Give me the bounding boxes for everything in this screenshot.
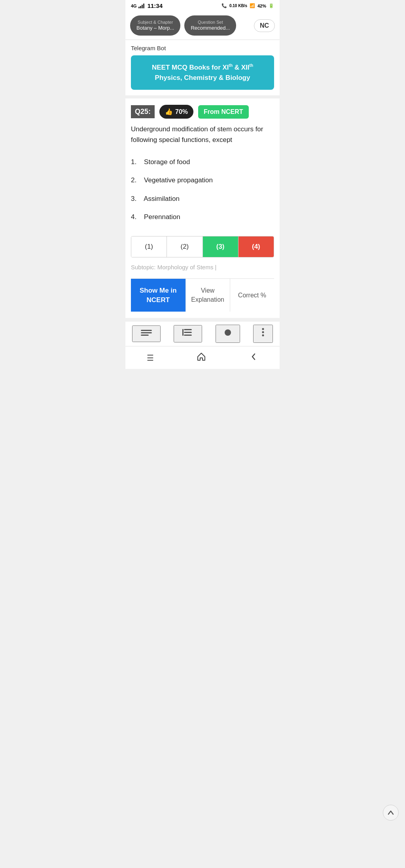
option-3-text: Assimilation xyxy=(144,195,180,202)
status-left: 4G 11:34 xyxy=(131,2,163,9)
question-set-label: Question Set xyxy=(191,19,230,25)
option-1-text: Storage of food xyxy=(144,158,190,166)
svg-point-7 xyxy=(225,329,231,336)
svg-rect-6 xyxy=(182,329,184,336)
option-4-num: 4. xyxy=(131,213,136,221)
subject-value: Botany – Morp... xyxy=(136,25,174,32)
telegram-banner-line2: Physics, Chemistry & Biology xyxy=(139,73,266,83)
signal-bars xyxy=(138,4,144,8)
time: 11:34 xyxy=(148,2,163,9)
nav-icons-row xyxy=(125,321,280,346)
svg-rect-3 xyxy=(184,329,192,330)
bottom-action-bar: Show Me in NCERT View Explanation Correc… xyxy=(131,278,274,312)
wifi-icon: 📶 xyxy=(250,3,255,8)
telegram-banner[interactable]: NEET MCQ Books for XIth & XIIth Physics,… xyxy=(131,55,274,90)
option-3-num: 3. xyxy=(131,195,136,202)
network-type: 4G xyxy=(131,4,137,8)
battery-pct: 42% xyxy=(257,4,266,8)
answer-cell-1[interactable]: (1) xyxy=(131,236,167,257)
option-3[interactable]: 3. Assimilation xyxy=(131,190,274,208)
battery-icon: 🔋 xyxy=(269,3,274,8)
back-button[interactable] xyxy=(239,350,268,365)
status-bar: 4G 11:34 📞 0.10 KB/s 📶 42% 🔋 xyxy=(125,0,280,11)
option-1[interactable]: 1. Storage of food xyxy=(131,153,274,172)
home-button[interactable] xyxy=(187,350,216,365)
telegram-label: Telegram Bot xyxy=(131,45,274,51)
svg-rect-1 xyxy=(141,332,152,333)
question-card: Q25: 👍 70% From NCERT Underground modifi… xyxy=(125,98,280,318)
call-icon: 📞 xyxy=(221,3,227,8)
correct-pct-button[interactable]: Correct % xyxy=(230,279,274,312)
question-number: Q25: xyxy=(131,105,155,118)
svg-point-10 xyxy=(262,335,264,337)
answer-cell-3[interactable]: (3) xyxy=(203,236,238,257)
option-2-text: Vegetative propagation xyxy=(144,176,213,184)
svg-point-9 xyxy=(262,331,264,333)
svg-rect-2 xyxy=(141,335,149,336)
menu-button[interactable]: ☰ xyxy=(137,352,163,364)
question-set-value: Recommended... xyxy=(191,25,230,32)
nc-badge: NC xyxy=(254,19,275,32)
svg-rect-0 xyxy=(141,330,152,331)
svg-rect-5 xyxy=(184,335,192,336)
like-icon: 👍 xyxy=(165,108,173,115)
question-set-pill[interactable]: Question Set Recommended... xyxy=(184,15,236,36)
option-4[interactable]: 4. Perennation xyxy=(131,208,274,227)
next-icon[interactable] xyxy=(174,325,202,342)
more-icon[interactable] xyxy=(253,325,273,343)
system-nav: ☰ xyxy=(125,346,280,369)
subject-label: Subject & Chapter xyxy=(136,19,174,25)
telegram-banner-line1: NEET MCQ Books for XIth & XIIth xyxy=(139,62,266,73)
like-badge: 👍 70% xyxy=(159,105,193,119)
answer-cell-2[interactable]: (2) xyxy=(167,236,202,257)
svg-rect-4 xyxy=(184,332,192,333)
prev-icon[interactable] xyxy=(132,325,161,342)
view-explanation-button[interactable]: View Explanation xyxy=(185,279,230,312)
telegram-section: Telegram Bot NEET MCQ Books for XIth & X… xyxy=(125,40,280,95)
options-list: 1. Storage of food 2. Vegetative propaga… xyxy=(131,153,274,227)
svg-point-8 xyxy=(262,328,264,330)
subtopic-row: Subtopic: Morphology of Stems | xyxy=(131,264,274,274)
data-speed: 0.10 KB/s xyxy=(229,4,247,8)
option-2-num: 2. xyxy=(131,176,136,184)
like-pct: 70% xyxy=(175,108,188,115)
bookmark-icon[interactable] xyxy=(216,325,240,343)
option-2[interactable]: 2. Vegetative propagation xyxy=(131,171,274,190)
filter-bar: Subject & Chapter Botany – Morp... Quest… xyxy=(125,11,280,40)
answer-cell-4[interactable]: (4) xyxy=(238,236,274,257)
subject-filter-pill[interactable]: Subject & Chapter Botany – Morp... xyxy=(130,15,180,36)
subtopic-value: Morphology of Stems | xyxy=(157,264,217,270)
answer-row: (1) (2) (3) (4) xyxy=(131,236,274,257)
option-4-text: Perennation xyxy=(144,213,180,221)
option-1-num: 1. xyxy=(131,158,136,166)
subtopic-label: Subtopic: xyxy=(131,264,157,270)
show-ncert-button[interactable]: Show Me in NCERT xyxy=(131,279,185,312)
question-text: Underground modification of stem occurs … xyxy=(131,124,274,145)
question-header: Q25: 👍 70% From NCERT xyxy=(131,105,274,119)
status-right: 📞 0.10 KB/s 📶 42% 🔋 xyxy=(221,3,274,8)
ncert-badge: From NCERT xyxy=(198,105,249,119)
